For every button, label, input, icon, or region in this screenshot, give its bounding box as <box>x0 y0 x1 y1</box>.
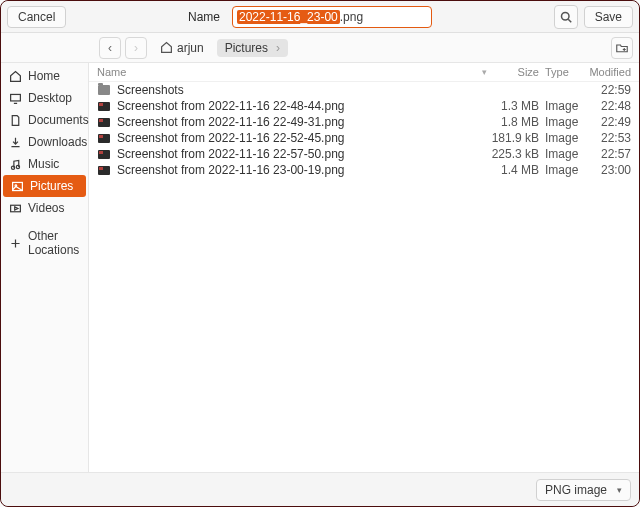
file-name: Screenshot from 2022-11-16 22-49-31.png <box>117 115 487 129</box>
image-icon <box>97 164 111 176</box>
file-name: Screenshot from 2022-11-16 22-57-50.png <box>117 147 487 161</box>
sidebar-item-label: Home <box>28 69 60 83</box>
file-modified: 22:48 <box>583 99 631 113</box>
search-button[interactable] <box>554 5 578 29</box>
new-folder-button[interactable] <box>611 37 633 59</box>
back-button[interactable]: ‹ <box>99 37 121 59</box>
file-modified: 22:57 <box>583 147 631 161</box>
file-list-header: Name ▾ Size Type Modified <box>89 63 639 82</box>
sidebar-item-label: Other Locations <box>28 229 80 257</box>
svg-line-1 <box>568 19 571 22</box>
filetype-label: PNG image <box>545 483 607 497</box>
path-bar: ‹ › arjun Pictures › <box>1 33 639 63</box>
sidebar-item-label: Documents <box>28 113 89 127</box>
svg-point-4 <box>16 165 19 168</box>
forward-button[interactable]: › <box>125 37 147 59</box>
sidebar-item-label: Videos <box>28 201 64 215</box>
sidebar-item-other-locations[interactable]: Other Locations <box>1 225 88 261</box>
sidebar-item-music[interactable]: Music <box>1 153 88 175</box>
file-name: Screenshot from 2022-11-16 22-48-44.png <box>117 99 487 113</box>
column-name-label: Name <box>97 66 126 78</box>
sidebar-item-downloads[interactable]: Downloads <box>1 131 88 153</box>
breadcrumb-home-label: arjun <box>177 41 204 55</box>
file-row[interactable]: Screenshot from 2022-11-16 22-57-50.png2… <box>89 146 639 162</box>
file-modified: 23:00 <box>583 163 631 177</box>
header-bar: Cancel Name 2022-11-16_23-00.png Save <box>1 1 639 33</box>
pictures-icon <box>11 180 24 193</box>
image-icon <box>97 148 111 160</box>
file-type: Image <box>539 131 583 145</box>
file-list: Name ▾ Size Type Modified Screenshots22:… <box>89 63 639 472</box>
music-icon <box>9 158 22 171</box>
file-name: Screenshot from 2022-11-16 22-52-45.png <box>117 131 487 145</box>
new-folder-icon <box>616 42 628 54</box>
chevron-down-icon: ▾ <box>617 485 622 495</box>
file-row[interactable]: Screenshots22:59 <box>89 82 639 98</box>
breadcrumb-home[interactable]: arjun <box>151 38 213 58</box>
sidebar-item-desktop[interactable]: Desktop <box>1 87 88 109</box>
file-row[interactable]: Screenshot from 2022-11-16 23-00-19.png1… <box>89 162 639 178</box>
search-icon <box>560 11 572 23</box>
sidebar-item-documents[interactable]: Documents <box>1 109 88 131</box>
file-type: Image <box>539 163 583 177</box>
file-type: Image <box>539 147 583 161</box>
filename-ext-part: .png <box>340 10 363 24</box>
column-modified[interactable]: Modified <box>583 66 631 78</box>
svg-point-0 <box>561 12 569 20</box>
sidebar-item-pictures[interactable]: Pictures <box>3 175 86 197</box>
folder-icon <box>97 84 111 96</box>
save-button[interactable]: Save <box>584 6 633 28</box>
file-size: 1.4 MB <box>487 163 539 177</box>
column-name[interactable]: Name ▾ <box>97 66 487 78</box>
chevron-right-icon: › <box>134 41 138 55</box>
sidebar-item-label: Music <box>28 157 59 171</box>
svg-rect-2 <box>11 94 21 101</box>
file-size: 1.8 MB <box>487 115 539 129</box>
file-type: Image <box>539 115 583 129</box>
sidebar-item-home[interactable]: Home <box>1 65 88 87</box>
sidebar-item-label: Desktop <box>28 91 72 105</box>
svg-point-3 <box>11 166 14 169</box>
file-modified: 22:59 <box>583 83 631 97</box>
file-size: 1.3 MB <box>487 99 539 113</box>
file-name: Screenshots <box>117 83 487 97</box>
main-area: Home Desktop Documents Downloads Music P… <box>1 63 639 472</box>
file-type: Image <box>539 99 583 113</box>
plus-icon <box>9 237 22 250</box>
file-size: 225.3 kB <box>487 147 539 161</box>
cancel-button[interactable]: Cancel <box>7 6 66 28</box>
sidebar: Home Desktop Documents Downloads Music P… <box>1 63 89 472</box>
image-icon <box>97 116 111 128</box>
file-name: Screenshot from 2022-11-16 23-00-19.png <box>117 163 487 177</box>
column-size[interactable]: Size <box>487 66 539 78</box>
sidebar-item-label: Pictures <box>30 179 73 193</box>
file-rows: Screenshots22:59Screenshot from 2022-11-… <box>89 82 639 178</box>
home-icon <box>9 70 22 83</box>
desktop-icon <box>9 92 22 105</box>
file-row[interactable]: Screenshot from 2022-11-16 22-48-44.png1… <box>89 98 639 114</box>
chevron-left-icon: ‹ <box>108 41 112 55</box>
filetype-combo[interactable]: PNG image ▾ <box>536 479 631 501</box>
sidebar-item-label: Downloads <box>28 135 87 149</box>
image-icon <box>97 132 111 144</box>
column-type[interactable]: Type <box>539 66 583 78</box>
chevron-right-icon: › <box>276 41 280 55</box>
name-label: Name <box>188 10 220 24</box>
home-icon <box>160 41 173 54</box>
file-modified: 22:53 <box>583 131 631 145</box>
file-size: 181.9 kB <box>487 131 539 145</box>
sidebar-item-videos[interactable]: Videos <box>1 197 88 219</box>
image-icon <box>97 100 111 112</box>
filename-input[interactable]: 2022-11-16_23-00.png <box>232 6 432 28</box>
breadcrumb-current[interactable]: Pictures › <box>217 39 288 57</box>
file-modified: 22:49 <box>583 115 631 129</box>
filename-selected-part: 2022-11-16_23-00 <box>237 10 340 24</box>
documents-icon <box>9 114 22 127</box>
videos-icon <box>9 202 22 215</box>
breadcrumb-current-label: Pictures <box>225 41 268 55</box>
file-row[interactable]: Screenshot from 2022-11-16 22-49-31.png1… <box>89 114 639 130</box>
file-row[interactable]: Screenshot from 2022-11-16 22-52-45.png1… <box>89 130 639 146</box>
downloads-icon <box>9 136 22 149</box>
footer-bar: PNG image ▾ <box>1 472 639 506</box>
